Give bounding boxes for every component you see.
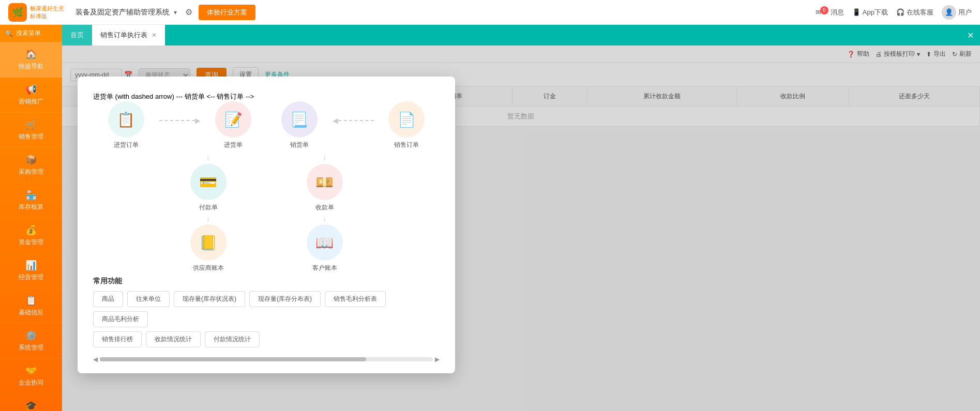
payment-icon: 💳 bbox=[199, 174, 217, 191]
operations-icon: 📊 bbox=[25, 260, 37, 271]
func-buttons: 商品 往来单位 现存量(库存状况表) 现存量(库存分布表) 销售毛利分析表 商品… bbox=[93, 291, 440, 327]
scroll-right-arrow[interactable]: ▶ bbox=[435, 356, 440, 363]
modal-overlay: 进货单 (with dashed arrow) --- 销货单 <-- 销售订单… bbox=[62, 45, 980, 411]
page-content: ❓ 帮助 🖨 按模板打印 ▾ ⬆ 导出 ↻ 刷新 bbox=[62, 45, 980, 411]
flow-node-sales-order[interactable]: 📄 销售订单 bbox=[374, 101, 440, 149]
modal-scrollbar: ◀ ▶ bbox=[93, 356, 440, 363]
tab-home[interactable]: 首页 bbox=[62, 25, 92, 45]
func-btn-partner[interactable]: 往来单位 bbox=[127, 291, 170, 307]
sidebar-item-finance[interactable]: 💰 资金管理 bbox=[0, 218, 62, 253]
tab-close-button[interactable]: ✕ bbox=[152, 32, 157, 39]
download-icon: 📱 bbox=[852, 8, 861, 16]
flow-node-purchase-bill[interactable]: 📝 进货单 bbox=[201, 101, 267, 149]
system-name: 装备及固定资产辅助管理系统 ▾ ⚙ bbox=[76, 7, 192, 17]
scroll-thumb bbox=[100, 357, 366, 361]
sales-order-icon: 📄 bbox=[398, 111, 416, 128]
func-btn-sales-margin[interactable]: 销售毛利分析表 bbox=[325, 291, 386, 307]
flow-node-supplier-ledger[interactable]: 📒 bbox=[190, 224, 227, 261]
logo-area: 🌿 畅康通好生意 标准版 bbox=[8, 3, 70, 22]
func-btn-goods[interactable]: 商品 bbox=[93, 291, 123, 307]
supplier-ledger-label: 供应商账本 bbox=[193, 264, 224, 272]
coop-icon: 🤝 bbox=[25, 365, 37, 376]
flow-modal: 进货单 (with dashed arrow) --- 销货单 <-- 销售订单… bbox=[78, 77, 455, 373]
home-icon: 🏠 bbox=[25, 49, 37, 60]
sidebar-item-inventory[interactable]: 🏪 库存核算 bbox=[0, 183, 62, 218]
search-icon: 🔍 bbox=[5, 30, 13, 37]
sidebar-item-system[interactable]: ⚙️ 系统管理 bbox=[0, 324, 62, 359]
sidebar-item-marketing[interactable]: 📢 营销推广 bbox=[0, 78, 62, 113]
tab-bar: 首页 销售订单执行表 ✕ ✕ bbox=[62, 25, 980, 45]
tab-sales-order-exec[interactable]: 销售订单执行表 ✕ bbox=[92, 25, 165, 45]
flow-node-payment[interactable]: 💳 bbox=[190, 164, 227, 200]
scroll-left-arrow[interactable]: ◀ bbox=[93, 356, 98, 363]
support-icon: 🎧 bbox=[896, 8, 904, 16]
sidebar-item-corp-coop[interactable]: 🤝 企业协同 bbox=[0, 359, 62, 394]
payment-label: 付款单 bbox=[199, 203, 218, 212]
sidebar-item-purchase[interactable]: 📦 采购管理 bbox=[0, 148, 62, 183]
func-btn-receipt-stats[interactable]: 收款情况统计 bbox=[146, 331, 201, 347]
logo-icon: 🌿 bbox=[8, 3, 27, 22]
search-menu[interactable]: 🔍 搜索菜单 bbox=[0, 25, 62, 42]
customer-ledger-label: 客户账本 bbox=[312, 264, 337, 272]
receipt-label: 收款单 bbox=[315, 203, 334, 212]
sidebar: 🔍 搜索菜单 🏠 快捷导航 📢 营销推广 🛒 销售管理 📦 采购管理 🏪 bbox=[0, 25, 62, 411]
flow-node-purchase-order[interactable]: 📋 进货订单 bbox=[93, 101, 159, 149]
user-button[interactable]: 👤 用户 bbox=[942, 5, 972, 20]
common-functions: 常用功能 商品 往来单位 现存量(库存状况表) 现存量(库存分布表) 销售毛利分… bbox=[93, 277, 440, 347]
flow-node-customer-ledger[interactable]: 📖 bbox=[307, 224, 343, 261]
purchase-icon: 📦 bbox=[25, 154, 37, 165]
sales-bill-label: 销货单 bbox=[290, 141, 309, 149]
logo-text: 畅康通好生意 标准版 bbox=[30, 5, 64, 20]
func-btn-payment-stats[interactable]: 付款情况统计 bbox=[205, 331, 260, 347]
settings-icon[interactable]: ⚙ bbox=[185, 7, 192, 17]
marketing-icon: 📢 bbox=[25, 84, 37, 95]
system-icon: ⚙️ bbox=[25, 330, 37, 341]
func-btn-stock-status[interactable]: 现存量(库存状况表) bbox=[174, 291, 245, 307]
system-dropdown[interactable]: ▾ bbox=[174, 9, 177, 16]
newbie-icon: 🎓 bbox=[25, 400, 37, 411]
finance-icon: 💰 bbox=[25, 224, 37, 236]
func-btn-stock-dist[interactable]: 现存量(库存分布表) bbox=[249, 291, 321, 307]
purchase-bill-icon: 📝 bbox=[224, 111, 243, 128]
header-right: ✉ 6 消息 📱 App下载 🎧 在线客服 👤 用户 bbox=[816, 5, 972, 20]
sidebar-item-operations[interactable]: 📊 经营管理 bbox=[0, 253, 62, 288]
supplier-ledger-icon: 📒 bbox=[199, 234, 217, 251]
common-functions-title: 常用功能 bbox=[93, 277, 440, 286]
app-download-button[interactable]: 📱 App下载 bbox=[852, 8, 888, 17]
tab-bar-close-button[interactable]: ✕ bbox=[967, 31, 974, 40]
func-buttons-row2: 销售排行榜 收款情况统计 付款情况统计 bbox=[93, 331, 440, 347]
sidebar-item-base-info[interactable]: 📋 基础信息 bbox=[0, 288, 62, 324]
flow-node-receipt[interactable]: 💴 bbox=[307, 164, 343, 200]
sidebar-item-newbie[interactable]: 🎓 新手引导 bbox=[0, 394, 62, 411]
purchase-bill-label: 进货单 bbox=[224, 141, 243, 149]
online-support-button[interactable]: 🎧 在线客服 bbox=[896, 8, 933, 17]
receipt-icon: 💴 bbox=[315, 174, 334, 191]
sales-bill-icon: 📃 bbox=[290, 111, 308, 128]
inventory-icon: 🏪 bbox=[25, 189, 37, 201]
sidebar-item-quick-nav[interactable]: 🏠 快捷导航 bbox=[0, 42, 62, 78]
message-button[interactable]: ✉ 6 消息 bbox=[816, 8, 844, 17]
purchase-order-icon: 📋 bbox=[117, 111, 135, 128]
purchase-order-label: 进货订单 bbox=[114, 141, 139, 149]
customer-ledger-icon: 📖 bbox=[315, 234, 334, 251]
trial-button[interactable]: 体验行业方案 bbox=[199, 5, 255, 20]
avatar: 👤 bbox=[942, 5, 956, 20]
func-btn-goods-margin[interactable]: 商品毛利分析 bbox=[93, 311, 148, 327]
sales-icon: 🛒 bbox=[25, 119, 37, 130]
func-btn-sales-rank[interactable]: 销售排行榜 bbox=[93, 331, 142, 347]
sidebar-item-sales[interactable]: 🛒 销售管理 bbox=[0, 113, 62, 148]
flow-node-sales-bill[interactable]: 📃 销货单 bbox=[266, 101, 333, 149]
sales-order-label: 销售订单 bbox=[394, 141, 419, 149]
scroll-track[interactable] bbox=[100, 357, 433, 361]
base-info-icon: 📋 bbox=[25, 295, 37, 306]
